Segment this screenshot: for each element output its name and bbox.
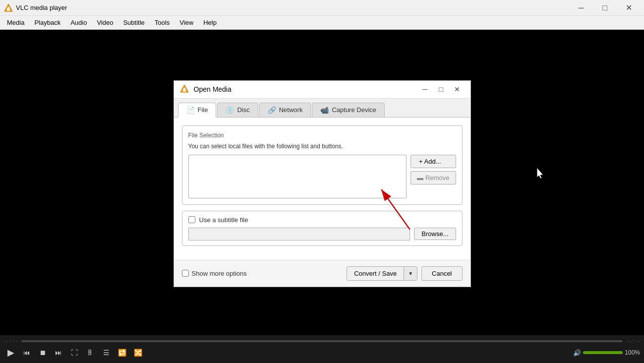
dialog-maximize-button[interactable]: □ bbox=[434, 82, 449, 96]
remove-button[interactable]: ▬ Remove bbox=[410, 171, 456, 184]
close-button[interactable]: ✕ bbox=[617, 0, 640, 16]
window-controls: ─ □ ✕ bbox=[570, 0, 640, 16]
browse-button[interactable]: Browse... bbox=[414, 228, 456, 240]
skip-next-button[interactable]: ⏭ bbox=[52, 346, 65, 360]
dialog-close-button[interactable]: ✕ bbox=[450, 82, 465, 96]
menu-item-help[interactable]: Help bbox=[198, 17, 222, 28]
progress-bar-container: - - : - - - - : - - bbox=[4, 337, 640, 345]
subtitle-input-row: Browse... bbox=[188, 228, 456, 241]
menu-item-video[interactable]: Video bbox=[92, 17, 118, 28]
app-title: VLC media player bbox=[16, 4, 570, 11]
tab-capture[interactable]: 📹 Capture Device bbox=[312, 103, 385, 117]
dialog-window-controls: ─ □ ✕ bbox=[418, 82, 465, 96]
subtitle-file-input[interactable] bbox=[188, 228, 410, 241]
subtitle-label: Use a subtitle file bbox=[199, 216, 248, 224]
svg-rect-5 bbox=[183, 88, 185, 89]
minimize-button[interactable]: ─ bbox=[570, 0, 592, 16]
dialog-title-bar: Open Media ─ □ ✕ bbox=[174, 81, 470, 99]
dialog-title: Open Media bbox=[194, 85, 418, 93]
remove-label: Remove bbox=[425, 174, 449, 182]
dialog-minimize-button[interactable]: ─ bbox=[418, 82, 433, 96]
file-selection-section: File Selection You can select local file… bbox=[182, 125, 463, 205]
disc-tab-icon: 💿 bbox=[226, 106, 234, 114]
subtitle-checkbox[interactable] bbox=[188, 216, 195, 223]
time-elapsed: - - : - - bbox=[4, 338, 17, 344]
show-more-options-checkbox[interactable] bbox=[182, 270, 189, 277]
file-buttons: + Add... ▬ Remove bbox=[410, 155, 456, 184]
add-button[interactable]: + Add... bbox=[410, 155, 456, 168]
capture-tab-icon: 📹 bbox=[320, 106, 329, 114]
playback-controls: ▶ ⏮ ⏹ ⏭ ⛶ 🎚 ☰ 🔁 🔀 🔊 100% bbox=[4, 345, 640, 361]
play-button[interactable]: ▶ bbox=[4, 346, 18, 360]
maximize-button[interactable]: □ bbox=[593, 0, 616, 16]
file-selection-desc: You can select local files with the foll… bbox=[188, 143, 456, 150]
subtitle-section: Use a subtitle file Browse... bbox=[182, 211, 463, 246]
time-remaining: - - : - - bbox=[627, 338, 640, 344]
app-icon bbox=[4, 3, 13, 12]
dialog-content: File Selection You can select local file… bbox=[174, 118, 470, 260]
dialog-footer: Show more options Convert / Save ▼ Cance… bbox=[174, 260, 470, 287]
file-selection-title: File Selection bbox=[188, 132, 456, 139]
shuffle-button[interactable]: 🔀 bbox=[131, 346, 145, 360]
mouse-cursor bbox=[535, 168, 545, 181]
file-area: + Add... ▬ Remove bbox=[188, 155, 456, 198]
tab-file-label: File bbox=[198, 106, 208, 114]
fullscreen-button[interactable]: ⛶ bbox=[67, 346, 81, 360]
menu-item-media[interactable]: Media bbox=[2, 17, 29, 28]
file-tab-icon: 📄 bbox=[186, 106, 195, 114]
dialog-app-icon bbox=[180, 84, 190, 94]
tab-disc-label: Disc bbox=[237, 106, 249, 114]
subtitle-header: Use a subtitle file bbox=[188, 216, 456, 224]
tab-file[interactable]: 📄 File bbox=[178, 103, 217, 118]
convert-save-button-group[interactable]: Convert / Save ▼ bbox=[347, 266, 417, 281]
controls-bar: - - : - - - - : - - ▶ ⏮ ⏹ ⏭ ⛶ 🎚 ☰ 🔁 🔀 🔊 … bbox=[0, 335, 644, 363]
convert-save-main-button[interactable]: Convert / Save bbox=[347, 267, 404, 280]
repeat-button[interactable]: 🔁 bbox=[115, 346, 129, 360]
show-more-options-label: Show more options bbox=[192, 270, 247, 277]
playlist-button[interactable]: ☰ bbox=[99, 346, 113, 360]
extended-settings-button[interactable]: 🎚 bbox=[83, 346, 97, 360]
menu-item-audio[interactable]: Audio bbox=[65, 17, 92, 28]
tab-disc[interactable]: 💿 Disc bbox=[217, 103, 258, 117]
menu-bar: Media Playback Audio Video Subtitle Tool… bbox=[0, 16, 644, 30]
menu-item-view[interactable]: View bbox=[175, 17, 198, 28]
network-tab-icon: 🔗 bbox=[268, 106, 276, 114]
svg-rect-1 bbox=[7, 8, 10, 11]
svg-rect-2 bbox=[7, 7, 9, 8]
volume-percentage: 100% bbox=[625, 349, 640, 356]
open-media-dialog: Open Media ─ □ ✕ 📄 File 💿 Disc 🔗 bbox=[174, 80, 471, 287]
volume-area: 🔊 100% bbox=[573, 349, 640, 357]
tab-capture-label: Capture Device bbox=[332, 106, 376, 114]
convert-save-dropdown-arrow[interactable]: ▼ bbox=[404, 267, 417, 280]
player-area: Open Media ─ □ ✕ 📄 File 💿 Disc 🔗 bbox=[0, 30, 644, 335]
cancel-button[interactable]: Cancel bbox=[421, 266, 462, 281]
volume-fill bbox=[583, 351, 623, 354]
volume-icon: 🔊 bbox=[573, 349, 581, 357]
stop-prev-button[interactable]: ⏮ bbox=[20, 346, 34, 360]
title-bar: VLC media player ─ □ ✕ bbox=[0, 0, 644, 16]
menu-item-subtitle[interactable]: Subtitle bbox=[118, 17, 149, 28]
file-list-box[interactable] bbox=[188, 155, 407, 198]
dialog-overlay: Open Media ─ □ ✕ 📄 File 💿 Disc 🔗 bbox=[0, 60, 644, 307]
show-more-options-row: Show more options bbox=[182, 270, 343, 277]
dialog-tabs: 📄 File 💿 Disc 🔗 Network 📹 Capture Device bbox=[174, 99, 470, 118]
menu-item-tools[interactable]: Tools bbox=[150, 17, 175, 28]
menu-item-playback[interactable]: Playback bbox=[29, 17, 65, 28]
stop-button[interactable]: ⏹ bbox=[36, 346, 50, 360]
svg-rect-4 bbox=[183, 89, 186, 92]
remove-icon: ▬ bbox=[417, 174, 423, 182]
progress-track[interactable] bbox=[21, 340, 623, 342]
tab-network[interactable]: 🔗 Network bbox=[259, 103, 311, 117]
tab-network-label: Network bbox=[279, 106, 303, 114]
volume-bar[interactable] bbox=[583, 351, 623, 354]
